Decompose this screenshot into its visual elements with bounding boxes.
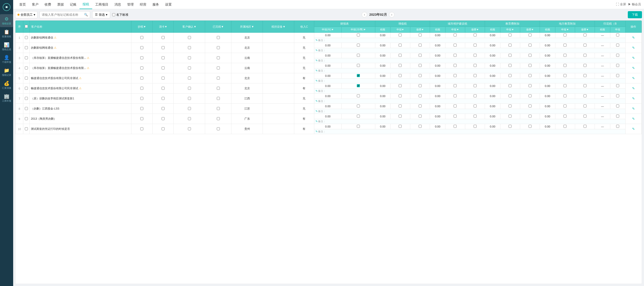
row-checkbox[interactable] (25, 36, 28, 39)
tax-copy-checkbox[interactable] (140, 66, 143, 69)
declared-checkbox[interactable] (217, 36, 220, 39)
chengshi-declare-checkbox[interactable] (454, 33, 457, 37)
chengshi-declare-checkbox[interactable] (454, 64, 457, 67)
jiaoyu-pay-checkbox[interactable] (529, 44, 532, 47)
zengjia-pay-checkbox[interactable] (419, 44, 422, 47)
difang-pay-checkbox[interactable] (583, 64, 587, 67)
nav-operations[interactable]: 经营 (137, 0, 149, 9)
yinhua-declare-checkbox[interactable] (616, 64, 619, 67)
yinhua-declare-checkbox[interactable] (616, 54, 619, 57)
zengjia-pay-checkbox[interactable] (419, 33, 422, 37)
yinhua-declare-checkbox[interactable] (616, 104, 619, 108)
client-confirm-checkbox[interactable] (188, 97, 191, 100)
edit-icon[interactable]: ✎ (632, 127, 635, 131)
client-confirm-checkbox[interactable] (188, 66, 191, 69)
caibao-month-checkbox[interactable] (357, 64, 360, 67)
client-confirm-checkbox[interactable] (188, 127, 191, 130)
jiaoyu-declare-checkbox[interactable] (509, 125, 512, 128)
jiaoyu-declare-checkbox[interactable] (509, 33, 512, 37)
filter-button[interactable]: ☰ 筛选 ▾ (92, 11, 110, 18)
declared-checkbox[interactable] (217, 66, 220, 69)
zengjia-declare-checkbox[interactable] (399, 74, 402, 77)
chengshi-pay-checkbox[interactable] (474, 84, 477, 87)
edit-note-icon[interactable]: ✎ (316, 100, 318, 102)
clear-card-checkbox[interactable] (162, 87, 165, 90)
edit-icon[interactable]: ✎ (632, 97, 635, 100)
difang-declare-checkbox[interactable] (563, 44, 567, 47)
difang-pay-checkbox[interactable] (583, 33, 587, 37)
caibao-month-checkbox[interactable] (357, 115, 360, 118)
yinhua-declare-checkbox[interactable] (616, 44, 619, 47)
difang-pay-checkbox[interactable] (583, 94, 587, 97)
zengjia-declare-checkbox[interactable] (399, 104, 402, 108)
difang-declare-checkbox[interactable] (563, 54, 567, 57)
caibao-month-checkbox[interactable] (357, 54, 360, 57)
edit-note-icon[interactable]: ✎ (316, 110, 318, 113)
edit-note-icon[interactable]: ✎ (316, 130, 318, 133)
difang-declare-checkbox[interactable] (563, 115, 567, 118)
difang-pay-checkbox[interactable] (583, 84, 587, 87)
edit-note-icon[interactable]: ✎ (316, 39, 318, 42)
edit-note-icon[interactable]: ✎ (316, 79, 318, 82)
zengjia-pay-checkbox[interactable] (419, 74, 422, 77)
caibao-month-checkbox[interactable] (357, 44, 360, 47)
declared-checkbox[interactable] (217, 107, 220, 110)
declared-checkbox[interactable] (217, 117, 220, 120)
chengshi-pay-checkbox[interactable] (474, 64, 477, 67)
client-confirm-checkbox[interactable] (188, 117, 191, 120)
chengshi-pay-checkbox[interactable] (474, 74, 477, 77)
tax-copy-checkbox[interactable] (140, 107, 143, 110)
sidebar-item-baoshuizonglan[interactable]: 📊 报税总览 (0, 40, 13, 53)
yinhua-declare-checkbox[interactable] (616, 125, 619, 128)
edit-note-icon[interactable]: ✎ (316, 59, 318, 62)
select-all-checkbox[interactable] (25, 25, 28, 28)
difang-declare-checkbox[interactable] (563, 94, 567, 97)
edit-note-icon[interactable]: ✎ (316, 49, 318, 52)
chengshi-pay-checkbox[interactable] (474, 33, 477, 37)
chengshi-pay-checkbox[interactable] (474, 44, 477, 47)
clear-card-checkbox[interactable] (162, 127, 165, 130)
edit-note-icon[interactable]: ✎ (316, 90, 318, 92)
difang-declare-checkbox[interactable] (563, 33, 567, 37)
edit-icon[interactable]: ✎ (632, 66, 635, 70)
tax-copy-checkbox[interactable] (140, 117, 143, 120)
nav-settings[interactable]: 设置 (162, 0, 175, 9)
caibao-month-checkbox[interactable] (357, 74, 360, 77)
chengshi-declare-checkbox[interactable] (454, 84, 457, 87)
client-confirm-checkbox[interactable] (188, 87, 191, 90)
declared-checkbox[interactable] (217, 127, 220, 130)
declared-checkbox[interactable] (217, 77, 220, 80)
nav-billing[interactable]: 收费 (42, 0, 54, 9)
yinhua-declare-checkbox[interactable] (616, 84, 619, 87)
yinhua-declare-checkbox[interactable] (616, 33, 619, 37)
zengjia-pay-checkbox[interactable] (419, 115, 422, 118)
difang-declare-checkbox[interactable] (563, 104, 567, 108)
tax-copy-checkbox[interactable] (140, 77, 143, 80)
zengjia-pay-checkbox[interactable] (419, 125, 422, 128)
download-button[interactable]: 下载 (628, 11, 642, 18)
clear-card-checkbox[interactable] (162, 36, 165, 39)
nav-invoice[interactable]: 票据 (54, 0, 67, 9)
zengjia-declare-checkbox[interactable] (399, 44, 402, 47)
tax-copy-checkbox[interactable] (140, 56, 143, 59)
nav-tax[interactable]: 报税 (80, 0, 92, 9)
search-box[interactable]: 🔍 (40, 11, 90, 18)
chengshi-pay-checkbox[interactable] (474, 115, 477, 118)
difang-declare-checkbox[interactable] (563, 84, 567, 87)
tax-copy-checkbox[interactable] (140, 127, 143, 130)
sidebar-item-huisuanqingjiao[interactable]: 💰 汇算清缴 (0, 79, 13, 92)
sidebar-item-baoshuijilu[interactable]: 📁 报税记录 (0, 66, 13, 79)
declared-checkbox[interactable] (217, 56, 220, 59)
sidebar-item-piliangshuibao[interactable]: 📋 批量报税 (0, 27, 13, 40)
difang-pay-checkbox[interactable] (583, 44, 587, 47)
tax-copy-checkbox[interactable] (140, 97, 143, 100)
zengjia-declare-checkbox[interactable] (399, 125, 402, 128)
named-checkbox[interactable] (112, 13, 115, 16)
jiaoyu-pay-checkbox[interactable] (529, 125, 532, 128)
nav-business[interactable]: 工商项目 (92, 0, 111, 9)
edit-icon[interactable]: ✎ (632, 86, 635, 90)
client-confirm-checkbox[interactable] (188, 56, 191, 59)
difang-pay-checkbox[interactable] (583, 125, 587, 128)
row-checkbox[interactable] (25, 56, 28, 59)
row-checkbox[interactable] (25, 117, 28, 120)
